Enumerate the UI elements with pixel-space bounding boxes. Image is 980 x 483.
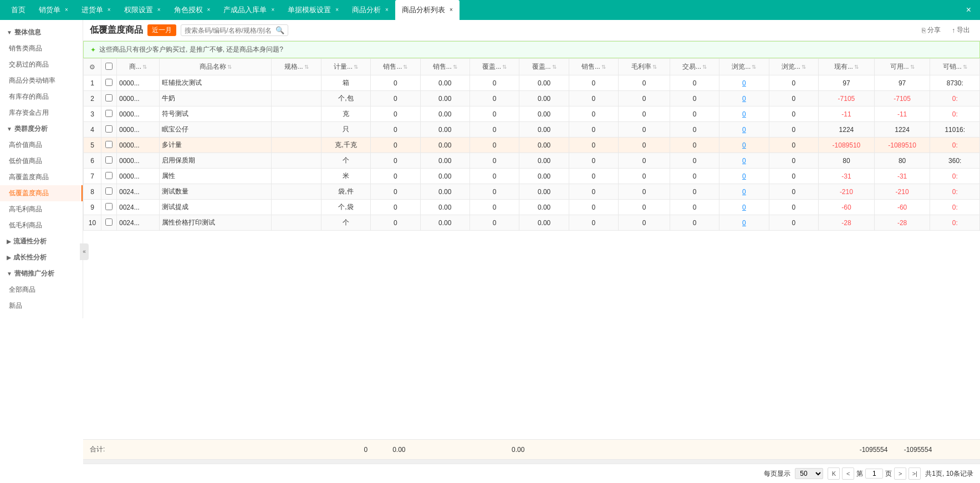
sidebar-item-category-rate[interactable]: 商品分类动销率 xyxy=(0,73,83,89)
nav-home[interactable]: 首页 xyxy=(4,0,32,20)
settings-icon[interactable]: ⚙ xyxy=(89,63,95,71)
nav-permissions[interactable]: 权限设置 × xyxy=(118,0,167,20)
nav-role-auth[interactable]: 角色授权 × xyxy=(167,0,217,20)
sidebar-section-circulation[interactable]: ▶ 流通性分析 xyxy=(0,233,83,250)
row-browse1[interactable]: 0 xyxy=(719,215,769,231)
col-sales-qty[interactable]: 销售...⇅ xyxy=(371,59,420,75)
col-sellable[interactable]: 可销...⇅ xyxy=(930,59,980,75)
col-sales3[interactable]: 销售...⇅ xyxy=(569,59,618,75)
row-checkbox[interactable] xyxy=(105,156,113,164)
row-checkbox-cell[interactable] xyxy=(101,122,117,138)
col-browse2[interactable]: 浏览...⇅ xyxy=(769,59,818,75)
col-spec[interactable]: 规格...⇅ xyxy=(272,59,321,75)
col-cover2[interactable]: 覆盖...⇅ xyxy=(519,59,569,75)
close-icon[interactable]: × xyxy=(65,0,68,20)
row-browse1[interactable]: 0 xyxy=(719,75,769,91)
close-icon[interactable]: × xyxy=(385,0,389,20)
row-browse1[interactable]: 0 xyxy=(719,91,769,106)
row-browse1[interactable]: 0 xyxy=(719,153,769,169)
row-checkbox-cell[interactable] xyxy=(101,184,117,200)
col-browse1[interactable]: 浏览...⇅ xyxy=(719,59,769,75)
row-checkbox[interactable] xyxy=(105,110,113,117)
row-checkbox[interactable] xyxy=(105,203,113,210)
sidebar-item-low-margin[interactable]: 低毛利商品 xyxy=(0,217,83,233)
col-available[interactable]: 可用...⇅ xyxy=(874,59,930,75)
sidebar-item-high-value[interactable]: 高价值商品 xyxy=(0,137,83,153)
row-browse1[interactable]: 0 xyxy=(719,184,769,200)
row-checkbox-cell[interactable] xyxy=(101,153,117,169)
last-page-button[interactable]: >| xyxy=(908,467,921,480)
sidebar-item-all-goods[interactable]: 全部商品 xyxy=(0,282,83,298)
row-checkbox[interactable] xyxy=(105,172,113,179)
col-settings[interactable]: ⚙ xyxy=(84,59,101,75)
row-checkbox-cell[interactable] xyxy=(101,200,117,215)
prev-page-button[interactable]: < xyxy=(842,467,854,480)
close-icon[interactable]: × xyxy=(108,0,111,20)
nav-sales-order[interactable]: 销货单 × xyxy=(32,0,75,20)
sidebar-item-stocked-goods[interactable]: 有库存的商品 xyxy=(0,89,83,105)
close-icon[interactable]: × xyxy=(271,0,274,20)
sidebar-section-overall[interactable]: ▼ 整体信息 xyxy=(0,24,83,40)
col-name[interactable]: 商品名称⇅ xyxy=(160,59,272,75)
row-browse1[interactable]: 0 xyxy=(719,169,769,184)
sidebar-item-inventory-capital[interactable]: 库存资金占用 xyxy=(0,105,83,121)
col-cover1[interactable]: 覆盖...⇅ xyxy=(469,59,519,75)
nav-purchase-order[interactable]: 进货单 × xyxy=(75,0,118,20)
col-unit[interactable]: 计量...⇅ xyxy=(321,59,370,75)
sidebar-item-high-margin[interactable]: 高毛利商品 xyxy=(0,201,83,217)
horizontal-scrollbar[interactable] xyxy=(83,459,980,464)
next-page-button[interactable]: > xyxy=(894,467,906,480)
share-button[interactable]: ⎘ 分享 xyxy=(918,24,944,36)
col-checkbox[interactable] xyxy=(101,59,117,75)
row-browse1[interactable]: 0 xyxy=(719,106,769,122)
search-input[interactable] xyxy=(185,27,273,34)
row-checkbox-cell[interactable] xyxy=(101,106,117,122)
row-checkbox[interactable] xyxy=(105,218,113,226)
nav-product-analysis-list[interactable]: 商品分析列表 × xyxy=(395,0,460,20)
row-checkbox[interactable] xyxy=(105,125,113,133)
row-browse1[interactable]: 0 xyxy=(719,200,769,215)
col-code[interactable]: 商...⇅ xyxy=(117,59,160,75)
close-icon[interactable]: × xyxy=(450,0,453,20)
row-browse1[interactable]: 0 xyxy=(719,138,769,153)
row-checkbox[interactable] xyxy=(105,187,113,195)
close-icon[interactable]: × xyxy=(335,0,339,20)
col-gross[interactable]: 毛利率⇅ xyxy=(619,59,670,75)
export-button[interactable]: ↑ 导出 xyxy=(948,24,973,36)
date-filter-button[interactable]: 近一月 xyxy=(147,24,176,36)
select-all-checkbox[interactable] xyxy=(105,63,113,70)
sidebar-item-sales-goods[interactable]: 销售类商品 xyxy=(0,40,83,57)
sidebar-section-cluster[interactable]: ▼ 类群度分析 xyxy=(0,121,83,137)
row-checkbox[interactable] xyxy=(105,141,113,148)
row-checkbox[interactable] xyxy=(105,79,113,86)
row-checkbox-cell[interactable] xyxy=(101,169,117,184)
row-checkbox-cell[interactable] xyxy=(101,91,117,106)
row-checkbox-cell[interactable] xyxy=(101,75,117,91)
page-number-input[interactable] xyxy=(865,469,883,479)
sidebar-item-low-coverage[interactable]: 低覆盖度商品 xyxy=(0,185,83,201)
sidebar-section-growth[interactable]: ▶ 成长性分析 xyxy=(0,250,83,266)
table-wrapper[interactable]: ⚙ 商...⇅ 商品名称⇅ 规格...⇅ 计量...⇅ 销售...⇅ 销售...… xyxy=(83,58,980,439)
window-close-button[interactable]: × xyxy=(962,5,976,15)
col-current[interactable]: 现有...⇅ xyxy=(819,59,875,75)
row-browse1[interactable]: 0 xyxy=(719,122,769,138)
row-checkbox-cell[interactable] xyxy=(101,138,117,153)
sidebar-item-traded-goods[interactable]: 交易过的商品 xyxy=(0,57,83,73)
nav-product-analysis[interactable]: 商品分析 × xyxy=(345,0,395,20)
sidebar-item-high-coverage[interactable]: 高覆盖度商品 xyxy=(0,169,83,185)
first-page-button[interactable]: K xyxy=(828,467,840,480)
close-icon[interactable]: × xyxy=(207,0,211,20)
row-checkbox-cell[interactable] xyxy=(101,215,117,231)
nav-product-warehouse[interactable]: 产成品入库单 × xyxy=(217,0,281,20)
col-trade[interactable]: 交易...⇅ xyxy=(670,59,719,75)
nav-template-settings[interactable]: 单据模板设置 × xyxy=(281,0,345,20)
sidebar-item-low-value[interactable]: 低价值商品 xyxy=(0,153,83,169)
row-checkbox[interactable] xyxy=(105,94,113,101)
sidebar-item-new-goods[interactable]: 新品 xyxy=(0,298,83,314)
col-sales-amt[interactable]: 销售...⇅ xyxy=(420,59,469,75)
sidebar-collapse-button[interactable]: « xyxy=(80,243,89,260)
per-page-select[interactable]: 50 10 20 100 xyxy=(795,468,823,479)
search-icon[interactable]: 🔍 xyxy=(275,26,284,34)
close-icon[interactable]: × xyxy=(157,0,161,20)
sidebar-section-marketing[interactable]: ▼ 营销推广分析 xyxy=(0,266,83,282)
